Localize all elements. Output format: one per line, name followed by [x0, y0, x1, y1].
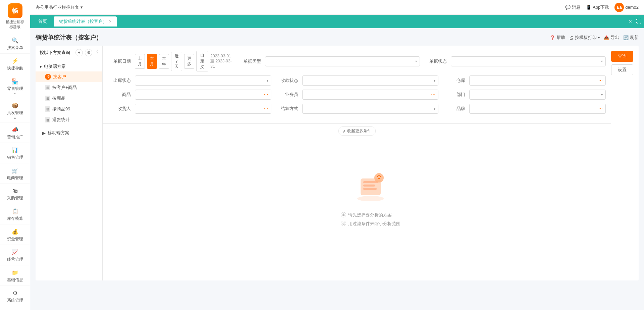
collapse-bar: ∧ 收起更多条件: [103, 123, 611, 138]
dots-icon: ···: [264, 106, 268, 112]
sidebar-item-system[interactable]: ⚙ 系统管理: [0, 286, 30, 306]
sidebar-item-purchase[interactable]: 🛍 采购管理: [0, 184, 30, 204]
retail-icon: 🏪: [12, 78, 18, 85]
svg-rect-3: [363, 185, 375, 187]
tab-maximize-icon[interactable]: ⛶: [636, 18, 641, 24]
receiver-input[interactable]: ···: [135, 104, 271, 114]
app-download-label: App下载: [593, 4, 609, 10]
export-label: 导出: [610, 35, 619, 41]
user-profile[interactable]: Ea demo2: [614, 3, 639, 12]
filter-area: 单据日期 上月 本月 本年 近7天 更多 自定义 2023-03-01 至 20…: [103, 46, 611, 123]
filter-fields: 单据日期 上月 本月 本年 近7天 更多 自定义 2023-03-01 至 20…: [103, 46, 611, 138]
product-icon: ⊟: [45, 96, 50, 101]
add-scheme-button[interactable]: +: [75, 49, 83, 56]
scheme-item-label: 退货统计: [52, 117, 70, 123]
sidebar-item-marketing[interactable]: 📣 营销推广: [0, 122, 30, 143]
out-status-select[interactable]: ▾: [135, 75, 271, 86]
content-area: 销货单统计表（按客户） ❓ 帮助 🖨 按模板打印 ▾ 📤 导出 🔄 刷新: [30, 28, 644, 310]
page-header: 销货单统计表（按客户） ❓ 帮助 🖨 按模板打印 ▾ 📤 导出 🔄 刷新: [36, 34, 639, 42]
chevron-up-icon: ∧: [343, 129, 346, 134]
empty-tips-list: ① 请先选择要分析的方案 ② 用过滤条件来缩小分析范围: [341, 212, 400, 229]
scheme-item-by-customer[interactable]: 按 按客户: [36, 71, 102, 82]
scheme-item-by-product[interactable]: ⊟ 按商品: [36, 93, 102, 104]
tab-home[interactable]: 首页: [33, 16, 52, 27]
settle-label: 结算方式: [275, 106, 298, 112]
collapse-panel-button[interactable]: 《: [94, 49, 98, 56]
collapse-label: 收起更多条件: [347, 128, 371, 134]
date-this-year[interactable]: 本年: [159, 54, 169, 69]
left-panel-actions: + ⚙ 《: [75, 49, 98, 56]
export-button[interactable]: 📤 导出: [604, 35, 619, 41]
ecommerce-icon: 🛒: [12, 167, 18, 174]
tab-close-icon[interactable]: ×: [109, 19, 111, 24]
chevron-down-icon: ▾: [40, 64, 42, 69]
date-last-month[interactable]: 上月: [135, 54, 145, 69]
sidebar-item-inventory[interactable]: 📋 库存核算: [0, 204, 30, 224]
date-more[interactable]: 更多: [184, 54, 194, 69]
dept-input[interactable]: ▾: [469, 90, 606, 100]
chevron-down-icon: ▾: [601, 93, 603, 97]
scheme-group-mobile: ▶ 移动端方案: [36, 126, 102, 139]
scheme-group-desktop-title[interactable]: ▾ 电脑端方案: [36, 61, 102, 71]
sidebar-item-collab[interactable]: 🤝 企业协同: [0, 306, 30, 310]
app-download-button[interactable]: 📱 App下载: [586, 4, 609, 10]
sidebar-item-finance[interactable]: 💰 资金管理: [0, 224, 30, 245]
receiver-label: 收货人: [108, 106, 131, 112]
settings-button[interactable]: 设置: [611, 64, 633, 75]
sidebar-item-sales[interactable]: 📊 销售管理: [0, 143, 30, 163]
finance-icon: 💰: [12, 228, 18, 235]
collect-status-label: 收款状态: [275, 78, 298, 84]
sidebar-item-label: 批发管理: [7, 110, 23, 116]
warehouse-input[interactable]: ···: [469, 75, 606, 86]
settings-scheme-button[interactable]: ⚙: [85, 49, 92, 56]
svg-point-0: [357, 196, 384, 201]
date-custom[interactable]: 自定义: [196, 51, 208, 71]
bar-chart-icon: ▦: [45, 117, 50, 122]
message-button[interactable]: 💬 消息: [565, 4, 581, 10]
collect-status-select[interactable]: ▾: [302, 75, 439, 86]
filter-row-4: 收货人 ··· 结算方式 ▾ 品牌: [108, 104, 606, 114]
scheme-item-customer-product[interactable]: ⊞ 按客户+商品: [36, 82, 102, 93]
query-button[interactable]: 查询: [611, 51, 633, 62]
sidebar-item-search[interactable]: 🔍 搜索菜单: [0, 33, 30, 54]
sidebar-item-wholesale[interactable]: 📦 批发管理 ▴: [0, 98, 30, 122]
left-panel-header: 按以下方案查询 + ⚙ 《: [36, 46, 102, 60]
date-this-month[interactable]: 本月: [147, 54, 157, 69]
collapse-button[interactable]: ∧ 收起更多条件: [338, 126, 376, 136]
scheme-item-return-stats[interactable]: ▦ 退货统计: [36, 114, 102, 125]
logo-icon: 畅: [8, 3, 22, 18]
tab-bar-actions: × ⛶: [629, 18, 641, 24]
sidebar-item-basic[interactable]: 📁 基础信息: [0, 265, 30, 286]
empty-state: ① 请先选择要分析的方案 ② 用过滤条件来缩小分析范围: [103, 138, 639, 256]
sidebar-item-retail[interactable]: 🏪 零售管理 ▾: [0, 74, 30, 98]
print-button[interactable]: 🖨 按模板打印 ▾: [569, 35, 600, 41]
svg-rect-2: [363, 181, 378, 183]
sidebar-item-operation[interactable]: 📈 经营管理: [0, 245, 30, 265]
scheme-item-label: 按商品: [52, 95, 65, 101]
sidebar-item-quick-nav[interactable]: ⚡ 快捷导航: [0, 54, 30, 74]
message-icon: 💬: [565, 5, 571, 10]
svg-rect-4: [363, 188, 377, 190]
settle-input[interactable]: ▾: [302, 104, 439, 114]
product-input[interactable]: ···: [135, 90, 271, 100]
salesman-input[interactable]: ···: [302, 90, 439, 100]
scheme-item-by-product99[interactable]: ⊟ 按商品99: [36, 104, 102, 114]
help-button[interactable]: ❓ 帮助: [550, 35, 565, 41]
scheme-group-mobile-title[interactable]: ▶ 移动端方案: [36, 128, 102, 138]
print-arrow-icon: ▾: [598, 36, 600, 40]
order-type-select[interactable]: ▾: [265, 56, 420, 66]
date-last-7days[interactable]: 近7天: [171, 52, 182, 71]
refresh-button[interactable]: 🔄 刷新: [623, 35, 639, 41]
breadcrumb-dropdown[interactable]: 办公用品行业模拟账套 ▾: [36, 4, 83, 10]
chevron-down-icon: ▾: [601, 59, 603, 63]
sidebar-item-ecommerce[interactable]: 🛒 电商管理: [0, 163, 30, 184]
empty-illustration: [351, 165, 391, 205]
brand-input[interactable]: ···: [469, 104, 606, 114]
tab-minimize-icon[interactable]: ×: [629, 18, 632, 24]
order-status-select[interactable]: ▾: [451, 56, 606, 66]
download-icon: 📱: [586, 5, 591, 10]
chevron-down-icon: ▾: [267, 79, 268, 83]
tab-active[interactable]: 销货单统计表（按客户） ×: [54, 16, 117, 27]
dots-icon: ···: [598, 106, 603, 112]
scheme-item-label: 按商品99: [52, 106, 70, 112]
